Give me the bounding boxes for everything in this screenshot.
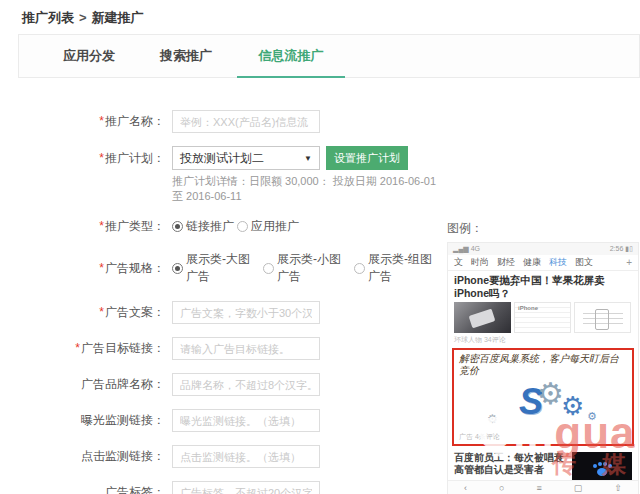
- paw-icon: [592, 462, 612, 476]
- feed-article1-thumbnails: iPhone: [448, 301, 638, 333]
- share-icon: ⇧: [614, 483, 622, 493]
- click-tracking-row: 点击监测链接：: [0, 445, 445, 468]
- seo-gears-image: S: [459, 377, 627, 431]
- click-tracking-label: 点击监测链接：: [81, 449, 165, 463]
- sketch-thumbnail: iPhone: [514, 302, 571, 333]
- ad-target-link-input[interactable]: [172, 337, 320, 360]
- radio-unchecked-icon: [237, 221, 248, 232]
- home-icon: ○: [499, 483, 504, 493]
- promotion-plan-label: 推广计划：: [105, 151, 165, 165]
- required-asterisk: *: [99, 261, 104, 275]
- radio-link-promotion[interactable]: 链接推广: [172, 218, 234, 235]
- radio-display-group-image[interactable]: 展示类-组图广告: [354, 251, 442, 285]
- feed-tab: 健康: [523, 256, 541, 269]
- feed-tab: 图文: [575, 256, 593, 269]
- plan-detail-text: 推广计划详情：日限额 30,000： 投放日期 2016-06-01至 2016…: [172, 174, 445, 204]
- required-asterisk: *: [99, 219, 104, 233]
- menu-icon: ≡: [537, 483, 542, 493]
- plus-icon: +: [626, 257, 632, 268]
- tab-feed-promotion[interactable]: 信息流推广: [243, 35, 339, 77]
- feed-article1-meta: 环球人物 34评论: [448, 333, 638, 346]
- ad-tag-row: 广告标签：: [0, 481, 445, 494]
- impression-tracking-label: 曝光监测链接：: [81, 413, 165, 427]
- promotion-type-tabs: 应用分发 搜索推广 信息流推广: [18, 34, 640, 78]
- back-icon: ‹: [464, 483, 467, 493]
- phone-browser-toolbar: ‹ ○ ≡ ▢ ⇧: [448, 480, 638, 494]
- gear-icon: [537, 379, 564, 409]
- chevron-down-icon: ▼: [304, 154, 312, 163]
- iphone-photo-thumbnail: [454, 302, 511, 333]
- ad-brand-name-input[interactable]: [172, 373, 320, 396]
- ad-example-title: 解密百度凤巢系统，客户每天盯后台竞价: [459, 353, 627, 377]
- breadcrumb-separator: >: [79, 10, 87, 25]
- promotion-name-row: *推广名称：: [0, 110, 445, 133]
- radio-unchecked-icon: [263, 263, 274, 274]
- ad-brand-name-label: 广告品牌名称：: [81, 377, 165, 391]
- click-tracking-input[interactable]: [172, 445, 320, 468]
- feed-article2-title: 百度前员工：每次被唱衰 高管都自认是受害者: [454, 452, 564, 475]
- ad-copy-input[interactable]: [172, 301, 320, 324]
- required-asterisk: *: [99, 151, 104, 165]
- promotion-type-row: *推广类型： 链接推广 应用推广: [0, 218, 445, 235]
- radio-checked-icon: [172, 263, 183, 274]
- tab-app-distribution[interactable]: 应用分发: [41, 35, 137, 77]
- tabs-icon: ▢: [574, 483, 583, 493]
- promotion-type-label: 推广类型：: [105, 219, 165, 233]
- promotion-form: *推广名称： *推广计划： 投放测试计划二 ▼ 设置推广计划 推广计划详情：日限…: [0, 78, 445, 494]
- ad-target-link-row: *广告目标链接：: [0, 337, 445, 360]
- breadcrumb-current: 新建推广: [92, 10, 144, 25]
- gear-icon: [587, 411, 597, 422]
- ad-example-meta: 广告 4条评论: [459, 431, 627, 442]
- radio-display-large-image[interactable]: 展示类-大图广告: [172, 251, 260, 285]
- ad-spec-row: *广告规格： 展示类-大图广告 展示类-小图广告 展示类-组图广告: [0, 251, 445, 285]
- required-asterisk: *: [99, 305, 104, 319]
- feed-tab: 财经: [497, 256, 515, 269]
- radio-app-promotion[interactable]: 应用推广: [237, 218, 299, 235]
- ad-copy-row: *广告文案：: [0, 301, 445, 324]
- wireframe-thumbnail: [574, 302, 631, 333]
- feed-tab: 文: [454, 256, 463, 269]
- promotion-plan-selected-value: 投放测试计划二: [180, 150, 264, 167]
- example-phone-screenshot: ▂▄▆ 4G 2:56 ▮▯ 文 时尚 财经 健康 科技 图文 + iPhone…: [447, 242, 639, 494]
- feed-tab-active: 科技: [549, 256, 567, 269]
- ad-copy-label: 广告文案：: [105, 305, 165, 319]
- ad-brand-name-row: 广告品牌名称：: [0, 373, 445, 396]
- ad-tag-label: 广告标签：: [105, 485, 165, 494]
- impression-tracking-row: 曝光监测链接：: [0, 409, 445, 432]
- feed-tab: 时尚: [471, 256, 489, 269]
- radio-unchecked-icon: [354, 263, 365, 274]
- promotion-name-label: 推广名称：: [105, 114, 165, 128]
- gear-icon: [561, 393, 584, 419]
- breadcrumb-promotion-list[interactable]: 推广列表: [22, 10, 74, 25]
- ad-spec-label: 广告规格：: [105, 261, 165, 275]
- ad-target-link-label: 广告目标链接：: [81, 341, 165, 355]
- feed-article1-title: iPhone要抛弃中国！苹果花屏卖iPhone吗？: [448, 271, 638, 301]
- phone-status-bar: ▂▄▆ 4G 2:56 ▮▯: [448, 243, 638, 255]
- radio-display-small-image[interactable]: 展示类-小图广告: [263, 251, 351, 285]
- tab-search-promotion[interactable]: 搜索推广: [138, 35, 234, 77]
- gear-icon: [487, 413, 498, 425]
- set-promotion-plan-button[interactable]: 设置推广计划: [326, 146, 408, 170]
- legend-panel: 图例： ▂▄▆ 4G 2:56 ▮▯ 文 时尚 财经 健康 科技 图文 + iP…: [447, 220, 639, 494]
- signal-icon: ▂▄▆ 4G: [453, 245, 480, 253]
- ad-tag-input[interactable]: [172, 481, 320, 494]
- feed-category-tabs: 文 时尚 财经 健康 科技 图文 +: [448, 255, 638, 271]
- promotion-plan-row: *推广计划： 投放测试计划二 ▼ 设置推广计划: [0, 146, 445, 170]
- promotion-plan-select[interactable]: 投放测试计划二 ▼: [172, 146, 320, 170]
- promotion-name-input[interactable]: [172, 110, 320, 133]
- required-asterisk: *: [99, 114, 104, 128]
- radio-checked-icon: [172, 221, 183, 232]
- legend-title: 图例：: [447, 220, 639, 237]
- new-promotion-page: 推广列表>新建推广 应用分发 搜索推广 信息流推广 *推广名称： *推广计划： …: [0, 0, 640, 494]
- breadcrumb: 推广列表>新建推广: [22, 9, 144, 27]
- required-asterisk: *: [75, 341, 80, 355]
- highlighted-ad-example: 解密百度凤巢系统，客户每天盯后台竞价 S 广告 4条评论: [452, 348, 634, 446]
- impression-tracking-input[interactable]: [172, 409, 320, 432]
- battery-icon: 2:56 ▮▯: [610, 245, 633, 253]
